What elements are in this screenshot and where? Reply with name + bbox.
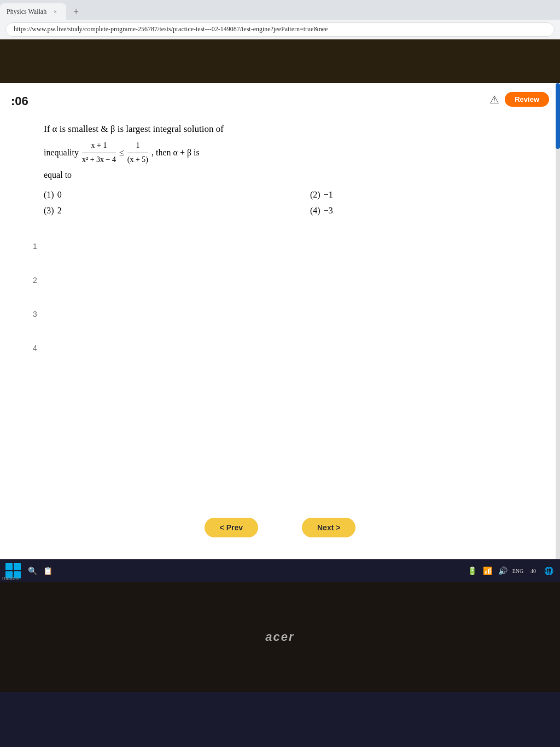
active-tab[interactable]: Physics Wallah ×	[0, 3, 66, 20]
question-text-line1: If α is smallest & β is largest integral…	[44, 121, 544, 136]
equal-to-label: equal to	[44, 168, 544, 182]
start-sq-1	[5, 563, 13, 570]
inequality-label: inequality	[44, 146, 79, 160]
option-1-val: 0	[57, 188, 62, 202]
tab-close-button[interactable]: ×	[51, 7, 60, 16]
start-sq-2	[14, 563, 21, 570]
question-content: If α is smallest & β is largest integral…	[44, 121, 544, 218]
new-tab-button[interactable]: +	[68, 4, 84, 19]
url-field[interactable]: https://www.pw.live/study/complete-progr…	[5, 22, 555, 37]
taskbar-battery-icon: 🔋	[466, 565, 478, 577]
options-grid: (1) 0 (2) −1 (3) 2 (4) −3	[44, 188, 544, 218]
answer-row-4[interactable]: 4	[33, 344, 544, 352]
option-2-num: (2)	[310, 188, 320, 202]
option-2-val: −1	[324, 188, 333, 202]
fraction-numerator: x + 1	[82, 140, 116, 153]
browser-chrome: Physics Wallah × + https://www.pw.live/s…	[0, 0, 560, 39]
option-3-num: (3)	[44, 204, 54, 218]
option-1-num: (1)	[44, 188, 54, 202]
browser-content: :06 ⚠ Review If α is smallest & β is lar…	[0, 83, 560, 559]
top-right-area: ⚠ Review	[489, 92, 549, 107]
taskbar-globe-icon: 🌐	[542, 565, 555, 577]
alert-icon: ⚠	[489, 93, 499, 106]
taskbar-right-icons: 🔋 📶 🔊 ENG 40 🌐	[466, 559, 555, 582]
acer-logo: acer	[265, 630, 294, 644]
tab-title: Physics Wallah	[7, 8, 46, 16]
option-4-num: (4)	[310, 204, 320, 218]
nav-buttons: < Prev Next >	[0, 518, 560, 537]
answer-row-1[interactable]: 1	[33, 242, 544, 251]
next-button[interactable]: Next >	[302, 518, 355, 537]
lhs-fraction: x + 1 x² + 3x − 4	[82, 140, 116, 166]
option-2[interactable]: (2) −1	[310, 188, 544, 202]
taskbar-sound-icon: 🔊	[497, 565, 509, 577]
answer-row-1-number: 1	[33, 242, 49, 251]
laptop-brand-area: acer	[265, 624, 294, 650]
taskbar-lang-icon: ENG	[512, 565, 524, 577]
photo-top-area	[0, 39, 560, 83]
option-3[interactable]: (3) 2	[44, 204, 277, 218]
address-bar: https://www.pw.live/study/complete-progr…	[0, 20, 560, 39]
scrollbar-thumb[interactable]	[556, 83, 560, 149]
laptop-bottom-area: acer	[0, 582, 560, 692]
taskbar-icon-1[interactable]: 📋	[42, 565, 54, 577]
answer-row-2[interactable]: 2	[33, 276, 544, 285]
option-4[interactable]: (4) −3	[310, 204, 544, 218]
taskbar-clock: 40	[527, 565, 539, 577]
tab-bar: Physics Wallah × +	[0, 0, 560, 20]
answer-options: 1 2 3 4	[33, 242, 544, 378]
answer-row-2-number: 2	[33, 276, 49, 285]
answer-row-3[interactable]: 3	[33, 310, 544, 319]
taskbar-left-label: maxon	[2, 575, 19, 581]
rhs-fraction: 1 (x + 5)	[127, 140, 148, 166]
taskbar-search-icon[interactable]: 🔍	[26, 565, 38, 577]
rhs-numerator: 1	[127, 140, 148, 153]
prev-button[interactable]: < Prev	[205, 518, 258, 537]
review-button[interactable]: Review	[505, 92, 549, 107]
taskbar: 🔍 📋 maxon 🔋 📶 🔊 ENG 40 🌐	[0, 559, 560, 582]
rhs-denominator: (x + 5)	[127, 153, 148, 166]
taskbar-wifi-icon: 📶	[481, 565, 493, 577]
scrollbar-track[interactable]	[556, 83, 560, 559]
answer-row-3-number: 3	[33, 310, 49, 319]
leq-sign: ≤	[119, 146, 124, 160]
answer-row-4-number: 4	[33, 344, 49, 352]
option-4-val: −3	[324, 204, 333, 218]
fraction-denominator: x² + 3x − 4	[82, 153, 116, 166]
option-1[interactable]: (1) 0	[44, 188, 277, 202]
then-text: , then α + β is	[151, 146, 200, 160]
option-3-val: 2	[57, 204, 62, 218]
inequality-row: inequality x + 1 x² + 3x − 4 ≤ 1 (x + 5)…	[44, 140, 544, 166]
question-number: :06	[11, 94, 28, 108]
